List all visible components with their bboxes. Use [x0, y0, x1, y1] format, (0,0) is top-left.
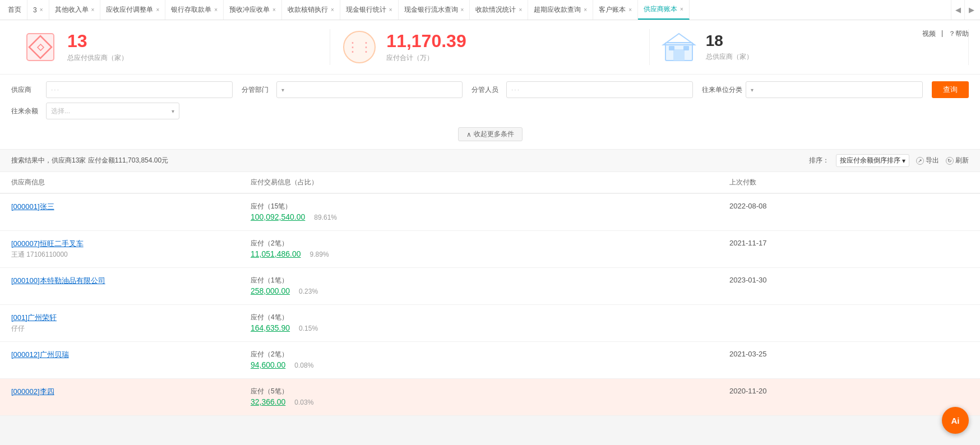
nav-bar: 首页 3 × 其他收入单 × 应收应付调整单 × 银行存取款单 × 预收冲应收单…	[0, 0, 980, 20]
balance-select[interactable]: 选择... ▾	[46, 103, 179, 119]
nav-tab-income-close[interactable]: ×	[91, 7, 95, 13]
svg-rect-7	[673, 49, 685, 61]
export-button[interactable]: ↗ 导出	[916, 156, 939, 165]
person-input[interactable]: ···	[506, 81, 693, 98]
supplier-name-link[interactable]: [000012]广州贝瑞	[11, 350, 251, 360]
supplier-name-link[interactable]: [000001]张三	[11, 202, 251, 212]
nav-tab-cashflow-close[interactable]: ×	[461, 7, 464, 13]
video-link[interactable]: 视频	[922, 29, 936, 39]
filter-section: 供应商 ··· 分管部门 ▾ 分管人员 ··· 往来单位分类 ▾ 查询	[0, 75, 980, 150]
nav-tab-collection-close[interactable]: ×	[519, 7, 522, 13]
nav-tab-verify-close[interactable]: ×	[331, 7, 334, 13]
table-row: [001]广州荣轩 仔仔 应付（4笔） 164,635.90 0.15%	[0, 305, 980, 342]
supplier-input[interactable]: ···	[46, 81, 233, 98]
tx-amount-link[interactable]: 100,092,540.00	[251, 212, 305, 221]
table-header: 供应商信息 应付交易信息（占比） 上次付数	[0, 172, 980, 194]
nav-tab-income-label: 其他收入单	[55, 5, 89, 15]
supplier-info-cell: [001]广州荣轩 仔仔	[11, 313, 251, 333]
result-summary: 搜索结果中，供应商13家 应付金额111,703,854.00元	[11, 156, 168, 165]
tx-amount-link[interactable]: 258,000.00	[251, 286, 290, 295]
nav-tab-bank[interactable]: 银行存取款单 ×	[165, 0, 224, 20]
nav-left-arrow[interactable]: ◀	[951, 0, 964, 20]
table-body: [000001]张三 应付（15笔） 100,092,540.00 89.61%…	[0, 194, 980, 416]
tx-row: 164,635.90 0.15%	[251, 322, 729, 333]
grain-icon: ⋮⋮	[341, 29, 377, 65]
stat-content-suppliers: 13 总应付供应商（家）	[67, 31, 128, 63]
last-pay-cell: 2020-11-20	[729, 387, 969, 395]
sort-select[interactable]: 按应付余额倒序排序 ▾	[836, 154, 909, 167]
supplier-name-link[interactable]: [001]广州荣轩	[11, 313, 251, 323]
nav-tab-overdue-close[interactable]: ×	[584, 7, 587, 13]
balance-placeholder: 选择...	[51, 106, 70, 116]
last-pay-date: 2023-01-30	[729, 276, 767, 284]
help-link[interactable]: ？帮助	[949, 29, 969, 39]
dept-input[interactable]: ▾	[276, 81, 463, 98]
tx-label: 应付（15笔）	[251, 202, 729, 211]
tx-info-cell: 应付（4笔） 164,635.90 0.15%	[251, 313, 729, 333]
nav-tab-customer[interactable]: 客户账本 ×	[593, 0, 638, 20]
filter-item-balance: 往来余额 选择... ▾	[11, 103, 179, 119]
supplier-info-cell: [000007]恒旺二手叉车 王通 17106110000	[11, 239, 251, 259]
nav-tab-verify[interactable]: 收款核销执行 ×	[282, 0, 340, 20]
nav-tab-supplier[interactable]: 供应商账本 ×	[638, 0, 690, 20]
tx-amount-link[interactable]: 32,366.00	[251, 397, 285, 406]
nav-tab-adjust[interactable]: 应收应付调整单 ×	[100, 0, 165, 20]
nav-tab-collection[interactable]: 收款情况统计 ×	[470, 0, 528, 20]
nav-tab-cashstat-close[interactable]: ×	[389, 7, 392, 13]
stat-card-total: 18 总供应商（家）	[650, 29, 969, 65]
tx-amount-link[interactable]: 94,600.00	[251, 360, 285, 369]
nav-tab-3-close[interactable]: ×	[40, 7, 43, 13]
refresh-button[interactable]: ↻ 刷新	[946, 156, 969, 165]
tx-row: 258,000.00 0.23%	[251, 285, 729, 296]
nav-tab-customer-close[interactable]: ×	[628, 7, 632, 13]
top-right-links: 视频 | ？帮助	[922, 29, 969, 39]
nav-tab-verify-label: 收款核销执行	[288, 5, 328, 15]
tx-percent: 0.23%	[299, 288, 318, 295]
collapse-button[interactable]: ∧ 收起更多条件	[458, 127, 523, 141]
nav-tab-advance-close[interactable]: ×	[272, 7, 276, 13]
supplier-name-link[interactable]: [000002]李四	[11, 387, 251, 397]
nav-tab-overdue[interactable]: 超期应收款查询 ×	[528, 0, 593, 20]
supplier-name-link[interactable]: [000007]恒旺二手叉车	[11, 239, 251, 249]
last-pay-cell: 2021-03-25	[729, 350, 969, 358]
refresh-icon: ↻	[946, 157, 954, 165]
refresh-label: 刷新	[955, 156, 969, 165]
nav-tab-adjust-close[interactable]: ×	[156, 7, 159, 13]
separator: |	[941, 29, 943, 39]
nav-tab-cashstat[interactable]: 现金银行统计 ×	[340, 0, 399, 20]
nav-tab-customer-label: 客户账本	[599, 5, 626, 15]
supplier-name-link[interactable]: [000100]本特勒油品有限公司	[11, 276, 251, 286]
query-button[interactable]: 查询	[932, 81, 969, 98]
filter-row-2: 往来余额 选择... ▾	[11, 103, 969, 119]
col-header-lastpay: 上次付数	[729, 178, 969, 187]
tx-amount-link[interactable]: 164,635.90	[251, 323, 290, 332]
col-header-tx: 应付交易信息（占比）	[251, 178, 729, 187]
nav-tab-income[interactable]: 其他收入单 ×	[49, 0, 101, 20]
last-pay-cell: 2022-08-08	[729, 202, 969, 210]
filter-label-person: 分管人员	[471, 85, 503, 95]
tx-percent: 0.03%	[294, 398, 313, 406]
tx-row: 100,092,540.00 89.61%	[251, 211, 729, 222]
nav-tab-advance[interactable]: 预收冲应收单 ×	[224, 0, 282, 20]
supplier-sub: 仔仔	[11, 324, 251, 333]
tx-label: 应付（2笔）	[251, 239, 729, 248]
filter-label-dept: 分管部门	[242, 85, 273, 95]
tx-info-cell: 应付（1笔） 258,000.00 0.23%	[251, 276, 729, 296]
nav-tab-home[interactable]: 首页	[2, 0, 27, 20]
filter-label-category: 往来单位分类	[702, 85, 742, 95]
svg-text:⋮⋮: ⋮⋮	[346, 39, 373, 54]
nav-tab-supplier-close[interactable]: ×	[680, 6, 683, 12]
tx-info-cell: 应付（5笔） 32,366.00 0.03%	[251, 387, 729, 407]
category-input[interactable]: ▾	[746, 81, 923, 98]
supplier-info-cell: [000100]本特勒油品有限公司	[11, 276, 251, 286]
tx-info-cell: 应付（15笔） 100,092,540.00 89.61%	[251, 202, 729, 222]
tx-percent: 0.08%	[294, 361, 313, 369]
nav-right-arrow[interactable]: ▶	[964, 0, 978, 20]
supplier-sub: 王通 17106110000	[11, 250, 251, 259]
nav-tab-cashflow[interactable]: 现金银行流水查询 ×	[399, 0, 470, 20]
nav-tab-bank-close[interactable]: ×	[214, 7, 218, 13]
tx-amount-link[interactable]: 11,051,486.00	[251, 249, 301, 258]
tx-label: 应付（4笔）	[251, 313, 729, 322]
supplier-info-cell: [000002]李四	[11, 387, 251, 397]
nav-tab-3[interactable]: 3 ×	[27, 0, 49, 20]
